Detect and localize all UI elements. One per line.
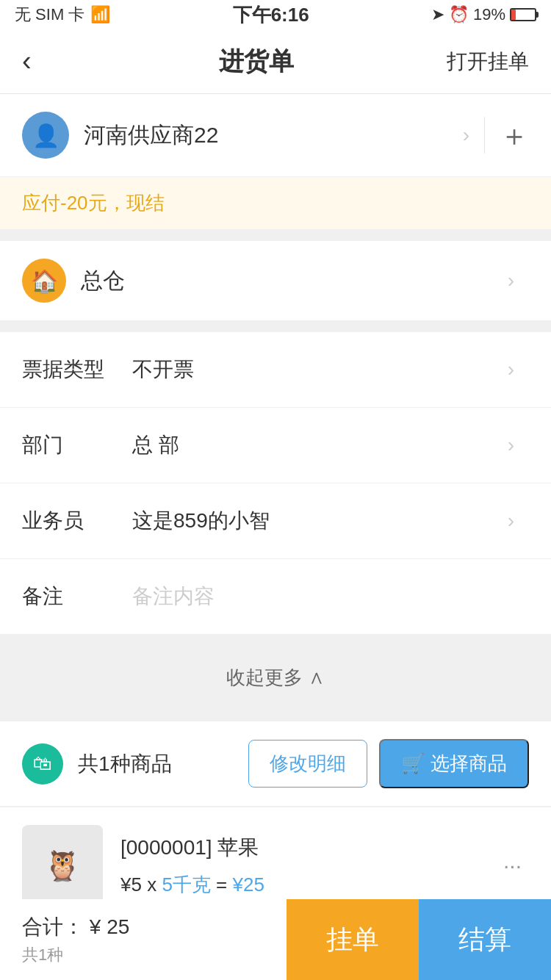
invoice-value: 不开票	[118, 356, 508, 383]
supplier-card: 👤 河南供应商22 › ＋ 应付-20元，现结	[0, 94, 551, 229]
product-thumbnail: 🦉	[22, 825, 103, 906]
product-thumb-icon: 🦉	[44, 849, 81, 883]
status-left: 无 SIM 卡 📶	[15, 4, 110, 26]
add-supplier-button[interactable]: ＋	[500, 115, 529, 156]
invoice-chevron-icon: ›	[508, 358, 514, 381]
battery-icon	[510, 8, 536, 21]
bag-icon: 🛍	[33, 752, 52, 775]
warehouse-name: 总仓	[81, 266, 508, 296]
product-unit-price: ¥5 x	[120, 873, 162, 896]
edit-detail-button[interactable]: 修改明细	[248, 740, 367, 788]
salesman-value: 这是859的小智	[118, 507, 508, 535]
total-row: 合计： ¥ 25	[22, 913, 264, 941]
status-right: ➤ ⏰ 19%	[431, 5, 536, 24]
total-count: 共1种	[22, 944, 264, 966]
supplier-avatar: 👤	[22, 112, 69, 159]
warehouse-chevron-icon: ›	[508, 269, 514, 292]
warehouse-row[interactable]: 🏠 总仓 ›	[0, 241, 551, 320]
supplier-warning: 应付-20元，现结	[0, 177, 551, 229]
hold-button[interactable]: 挂单	[287, 899, 419, 980]
warehouse-icon: 🏠	[22, 259, 66, 303]
salesman-row[interactable]: 业务员 这是859的小智 ›	[0, 483, 551, 559]
battery-fill	[511, 10, 516, 20]
total-label: 合计：	[22, 915, 84, 938]
department-row[interactable]: 部门 总 部 ›	[0, 408, 551, 483]
supplier-row[interactable]: 👤 河南供应商22 › ＋	[0, 94, 551, 177]
product-name: [0000001] 苹果	[120, 834, 496, 862]
product-total: ¥25	[233, 873, 264, 896]
main-content: 👤 河南供应商22 › ＋ 应付-20元，现结 🏠 总仓 › 票据类型 不开票 …	[0, 94, 551, 980]
alarm-icon: ⏰	[449, 5, 469, 24]
total-section: 合计： ¥ 25 共1种	[0, 913, 287, 966]
salesman-label: 业务员	[22, 507, 118, 535]
select-product-label: 选择商品	[431, 751, 507, 777]
product-price: ¥5 x 5千克 = ¥25	[120, 872, 496, 898]
battery-percent: 19%	[473, 5, 505, 24]
products-count: 共1种商品	[78, 750, 248, 778]
status-bar: 无 SIM 卡 📶 下午6:16 ➤ ⏰ 19%	[0, 0, 551, 29]
product-more-button[interactable]: ···	[496, 846, 529, 885]
bottom-bar: 合计： ¥ 25 共1种 挂单 结算	[0, 899, 551, 980]
products-header: 🛍 共1种商品 修改明细 🛒 选择商品	[0, 721, 551, 806]
status-time: 下午6:16	[233, 2, 309, 28]
product-id: [0000001]	[120, 836, 217, 859]
avatar-icon: 👤	[32, 123, 60, 148]
form-card: 票据类型 不开票 › 部门 总 部 › 业务员 这是859的小智 › 备注 备注…	[0, 332, 551, 634]
page-title: 进货单	[219, 45, 294, 79]
invoice-type-row[interactable]: 票据类型 不开票 ›	[0, 332, 551, 408]
supplier-divider	[484, 117, 485, 154]
remark-row[interactable]: 备注 备注内容	[0, 559, 551, 634]
carrier-text: 无 SIM 卡	[15, 4, 84, 26]
cart-icon: 🛒	[401, 752, 425, 775]
invoice-label: 票据类型	[22, 356, 118, 383]
supplier-chevron-icon: ›	[463, 123, 469, 147]
product-qty: 5千克	[162, 873, 210, 896]
department-label: 部门	[22, 431, 118, 459]
products-icon: 🛍	[22, 743, 63, 785]
nav-bar: ‹ 进货单 打开挂单	[0, 29, 551, 94]
checkout-button[interactable]: 结算	[419, 899, 551, 980]
supplier-name: 河南供应商22	[84, 120, 463, 151]
salesman-chevron-icon: ›	[508, 509, 514, 533]
house-icon: 🏠	[31, 268, 58, 294]
collapse-button[interactable]: 收起更多 ∧	[0, 646, 551, 710]
product-title: 苹果	[217, 836, 259, 859]
wifi-icon: 📶	[90, 5, 110, 24]
total-amount: ¥ 25	[90, 915, 130, 938]
product-info: [0000001] 苹果 ¥5 x 5千克 = ¥25	[120, 834, 496, 898]
select-product-button[interactable]: 🛒 选择商品	[379, 739, 529, 788]
department-chevron-icon: ›	[508, 433, 514, 457]
department-value: 总 部	[118, 431, 508, 459]
product-equals: =	[216, 873, 232, 896]
remark-label: 备注	[22, 583, 118, 610]
open-pending-button[interactable]: 打开挂单	[447, 48, 529, 76]
remark-input[interactable]: 备注内容	[118, 583, 529, 610]
back-button[interactable]: ‹	[22, 46, 66, 77]
location-icon: ➤	[431, 5, 444, 24]
